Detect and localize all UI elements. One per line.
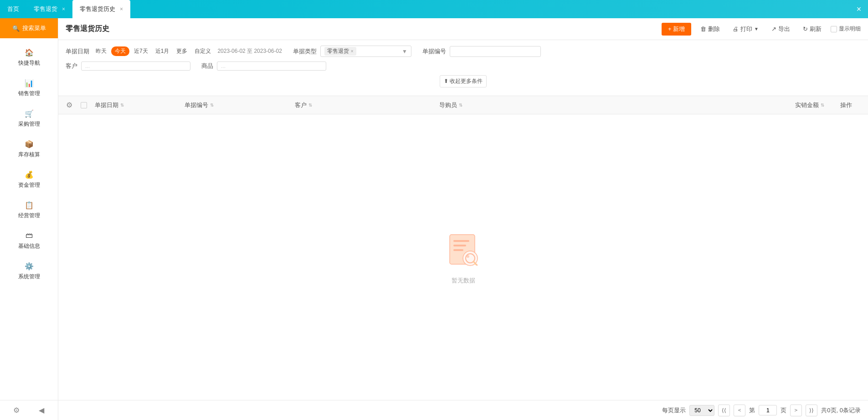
filter-voucher-type: 单据类型 零售退货 × ▼	[293, 46, 411, 57]
filter-customer: 客户 ...	[66, 61, 190, 71]
sidebar-item-operations[interactable]: 📋 经营管理	[0, 195, 58, 225]
filter-row-1: 单据日期 昨天 今天 近7天 近1月 更多 自定义 2023-06-02 至 2…	[66, 46, 861, 57]
voucher-type-tag-close[interactable]: ×	[351, 49, 354, 54]
collapse-bar: ⬆ 收起更多条件	[66, 75, 861, 92]
date-btn-1month[interactable]: 近1月	[153, 46, 172, 56]
total-text: 共0页, 0条记录	[821, 406, 861, 415]
operations-icon: 📋	[24, 200, 34, 210]
sort-guide-icon: ⇅	[459, 102, 462, 108]
tab-retail-return-history[interactable]: 零售退货历史 ×	[72, 0, 130, 18]
window-close-button[interactable]: ×	[850, 0, 868, 18]
purchase-icon: 🛒	[24, 108, 34, 118]
th-order-no[interactable]: 单据编号 ⇅	[181, 101, 291, 109]
content-area: 零售退货历史 + 新增 🗑 删除 🖨 打印 ▼ ↗ 导出 ↻	[58, 18, 868, 420]
th-amount[interactable]: 实销金额 ⇅	[752, 101, 828, 109]
per-page-select[interactable]: 10 20 50 100	[689, 405, 714, 416]
date-btn-7days[interactable]: 近7天	[131, 46, 151, 56]
sidebar-item-sales[interactable]: 📊 销售管理	[0, 72, 58, 103]
sidebar: 🔍 搜索菜单 🏠 快捷导航 📊 销售管理 🛒 采购管理 📦 库存核算 💰	[0, 18, 58, 420]
sidebar-settings-button[interactable]: ⚙	[9, 403, 24, 418]
goods-input[interactable]: ...	[217, 61, 326, 71]
select-all-checkbox-box	[81, 102, 87, 108]
sidebar-item-basic-info[interactable]: 🗃 基础信息	[0, 225, 58, 256]
table-select-all-checkbox[interactable]	[77, 102, 91, 108]
show-detail-toggle[interactable]: 显示明细	[831, 25, 861, 33]
basic-info-icon: 🗃	[24, 230, 34, 241]
tab-retail-return[interactable]: 零售退货 ×	[26, 0, 72, 18]
customer-input[interactable]: ...	[81, 61, 190, 71]
inventory-icon: 📦	[24, 139, 34, 149]
sidebar-item-quick-nav[interactable]: 🏠 快捷导航	[0, 42, 58, 72]
system-icon: ⚙️	[24, 261, 34, 271]
tab-retail-return-close[interactable]: ×	[62, 6, 65, 12]
next-page-button[interactable]: ＞	[790, 405, 802, 416]
refresh-button[interactable]: ↻ 刷新	[799, 23, 825, 35]
voucher-type-dropdown-icon: ▼	[402, 48, 407, 55]
empty-illustration	[441, 230, 486, 271]
export-button[interactable]: ↗ 导出	[768, 23, 794, 35]
main-layout: 🔍 搜索菜单 🏠 快捷导航 📊 销售管理 🛒 采购管理 📦 库存核算 💰	[0, 18, 868, 420]
page-input[interactable]	[759, 405, 777, 415]
voucher-no-input[interactable]	[450, 46, 541, 57]
first-page-button[interactable]: ⟨⟨	[718, 405, 730, 416]
home-icon: 🏠	[24, 47, 34, 57]
svg-rect-2	[453, 245, 466, 246]
th-customer[interactable]: 客户 ⇅	[291, 101, 436, 109]
sort-customer-icon: ⇅	[308, 102, 312, 108]
sidebar-item-system[interactable]: ⚙️ 系统管理	[0, 256, 58, 286]
sales-icon: 📊	[24, 78, 34, 88]
svg-rect-1	[453, 240, 469, 242]
print-dropdown-icon: ▼	[754, 26, 759, 31]
sidebar-footer: ⚙ ◀	[0, 400, 58, 420]
sidebar-collapse-button[interactable]: ◀	[34, 403, 49, 418]
delete-button[interactable]: 🗑 删除	[697, 23, 724, 35]
page-label: 第	[749, 406, 755, 415]
tab-retail-return-history-close[interactable]: ×	[120, 6, 123, 12]
new-button[interactable]: + 新增	[662, 23, 691, 36]
pagination-bar: 每页显示 10 20 50 100 ⟨⟨ ＜ 第 页 ＞ ⟩⟩ 共0页, 0条记…	[58, 400, 868, 420]
sort-order-no-icon: ⇅	[210, 102, 214, 108]
date-range-buttons: 昨天 今天 近7天 近1月 更多 自定义	[93, 46, 214, 56]
sidebar-nav: 🏠 快捷导航 📊 销售管理 🛒 采购管理 📦 库存核算 💰 资金管理 📋	[0, 38, 58, 400]
table-settings-icon[interactable]: ⚙	[62, 101, 77, 109]
delete-icon: 🗑	[700, 26, 706, 32]
table-header: ⚙ 单据日期 ⇅ 单据编号 ⇅ 客户 ⇅ 导购员 ⇅	[58, 96, 868, 114]
collapse-filter-button[interactable]: ⬆ 收起更多条件	[440, 75, 487, 87]
collapse-icon: ◀	[39, 406, 44, 415]
search-icon: 🔍	[12, 25, 20, 32]
show-detail-checkbox[interactable]	[831, 26, 837, 32]
page-title: 零售退货历史	[66, 24, 109, 34]
sidebar-item-inventory[interactable]: 📦 库存核算	[0, 133, 58, 164]
date-btn-yesterday[interactable]: 昨天	[93, 46, 109, 56]
date-range-value: 2023-06-02 至 2023-06-02	[217, 47, 282, 55]
sort-date-icon: ⇅	[120, 102, 124, 108]
page-suffix: 页	[781, 406, 786, 415]
print-icon: 🖨	[733, 26, 739, 32]
print-button[interactable]: 🖨 打印 ▼	[729, 23, 762, 35]
svg-point-7	[467, 255, 469, 258]
voucher-type-dropdown[interactable]: 零售退货 × ▼	[320, 46, 411, 57]
filter-voucher-no: 单据编号	[422, 46, 541, 57]
th-date[interactable]: 单据日期 ⇅	[91, 101, 181, 109]
date-btn-more[interactable]: 更多	[174, 46, 190, 56]
th-guide[interactable]: 导购员 ⇅	[436, 101, 546, 109]
per-page-label: 每页显示	[662, 406, 686, 415]
tab-home[interactable]: 首页	[0, 0, 26, 18]
filter-bar: 单据日期 昨天 今天 近7天 近1月 更多 自定义 2023-06-02 至 2…	[58, 40, 868, 96]
last-page-button[interactable]: ⟩⟩	[806, 405, 817, 416]
sidebar-item-purchase[interactable]: 🛒 采购管理	[0, 103, 58, 133]
date-btn-today[interactable]: 今天	[111, 46, 129, 56]
sidebar-item-finance[interactable]: 💰 资金管理	[0, 164, 58, 195]
finance-icon: 💰	[24, 169, 34, 179]
empty-state: 暂无数据	[58, 114, 868, 400]
page-header: 零售退货历史 + 新增 🗑 删除 🖨 打印 ▼ ↗ 导出 ↻	[58, 18, 868, 40]
sidebar-search[interactable]: 🔍 搜索菜单	[0, 18, 58, 38]
empty-text: 暂无数据	[452, 277, 475, 285]
th-operation: 操作	[828, 101, 864, 109]
prev-page-button[interactable]: ＜	[734, 405, 745, 416]
page-actions: + 新增 🗑 删除 🖨 打印 ▼ ↗ 导出 ↻ 刷新	[662, 23, 861, 36]
sort-amount-icon: ⇅	[821, 102, 824, 108]
date-btn-custom[interactable]: 自定义	[192, 46, 214, 56]
top-bar: 首页 零售退货 × 零售退货历史 × ×	[0, 0, 868, 18]
svg-rect-3	[453, 249, 463, 251]
